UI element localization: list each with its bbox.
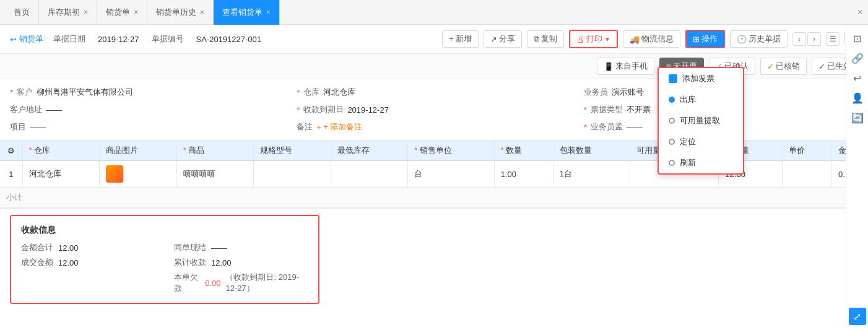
- share-icon: ↗: [490, 35, 497, 44]
- col-min-stock: 最低库存: [331, 141, 408, 161]
- doc-type-icon: ↩: [10, 35, 17, 44]
- copy-button[interactable]: ⧉ 复制: [527, 30, 564, 48]
- tab-inventory-init[interactable]: 库存期初 ×: [39, 0, 97, 25]
- sidebar-expand-btn[interactable]: ⤢: [849, 308, 866, 325]
- payment-date-field: * 收款到期日 2019-12-27: [297, 104, 571, 115]
- outbound-icon: [669, 97, 675, 103]
- doc-meta: 单据日期 2019-12-27 单据编号 SA-20191227-001: [53, 33, 261, 45]
- cell-spec: [254, 161, 331, 188]
- doc-header: ↩ 销货单 单据日期 2019-12-27 单据编号 SA-20191227-0…: [0, 25, 868, 54]
- doc-actions: + 新增 ↗ 分享 ⧉ 复制 🖨 打印 ▼ 🚚 物流信息: [442, 30, 858, 48]
- sidebar-icon-4[interactable]: 👤: [849, 89, 866, 106]
- col-quantity: * 数量: [494, 141, 553, 161]
- prev-arrow[interactable]: ‹: [792, 32, 806, 46]
- main-content: ↩ 销货单 单据日期 2019-12-27 单据编号 SA-20191227-0…: [0, 25, 868, 330]
- tab-close-view[interactable]: ×: [266, 8, 271, 17]
- payment-info-title: 收款信息: [21, 225, 308, 236]
- col-sales-unit: * 销售单位: [408, 141, 494, 161]
- total-row: 金额合计 12.00: [21, 242, 155, 253]
- copy-icon: ⧉: [534, 34, 539, 44]
- address-field: 客户地址 ——: [10, 104, 284, 115]
- cancel-btn[interactable]: ✓ 已核销: [760, 58, 807, 75]
- cell-no: 1: [0, 161, 22, 188]
- number-label: 单据编号: [152, 33, 184, 45]
- new-button[interactable]: + 新增: [442, 30, 479, 48]
- remark-field: 备注 + + 添加备注: [297, 121, 571, 132]
- logistics-icon: 🚚: [630, 35, 640, 44]
- tab-bar: 首页 库存期初 × 销货单 × 销货单历史 × 查看销货单 × ×: [0, 0, 868, 25]
- effect-icon: ✓: [818, 62, 825, 71]
- cell-warehouse: 河北仓库: [22, 161, 100, 188]
- next-arrow[interactable]: ›: [807, 32, 821, 46]
- customer-field: * 客户 柳州粤港平安气体有限公司: [10, 87, 284, 98]
- cell-unit-price: [782, 161, 831, 188]
- tab-sales-order[interactable]: 销货单 ×: [97, 0, 147, 25]
- project-field: 项目 ——: [10, 121, 284, 132]
- share-button[interactable]: ↗ 分享: [484, 30, 522, 48]
- tab-sales-history[interactable]: 销货单历史 ×: [147, 0, 214, 25]
- operation-button[interactable]: ⊞ 操作: [685, 30, 725, 48]
- doc-type-badge: ↩ 销货单: [10, 33, 43, 45]
- phone-icon: 📱: [604, 62, 614, 71]
- tab-view-sales[interactable]: 查看销货单 ×: [214, 0, 280, 25]
- refresh-icon: [669, 160, 675, 166]
- same-order-row: 同单现结 ——: [174, 242, 308, 253]
- cancel-icon: ✓: [767, 62, 774, 71]
- tab-close-sales[interactable]: ×: [134, 8, 138, 17]
- tab-close-history[interactable]: ×: [200, 8, 204, 17]
- locate-item[interactable]: 定位: [659, 131, 743, 152]
- available-icon: [669, 118, 675, 124]
- number-value: SA-20191227-001: [196, 35, 262, 44]
- add-invoice-item[interactable]: 添加发票: [659, 68, 743, 89]
- available-extract-item[interactable]: 可用量提取: [659, 110, 743, 131]
- cumulative-row: 累计收款 12.00: [174, 257, 308, 268]
- cell-pack-qty: 1台: [553, 161, 630, 188]
- add-remark-btn[interactable]: + + 添加备注: [316, 121, 362, 132]
- outbound-item[interactable]: 出库: [659, 89, 743, 110]
- cell-min-stock: [331, 161, 408, 188]
- refresh-item[interactable]: 刷新: [659, 152, 743, 173]
- logistics-button[interactable]: 🚚 物流信息: [623, 30, 680, 48]
- locate-icon: [669, 139, 675, 145]
- history-button[interactable]: 🕐 历史单据: [730, 30, 788, 48]
- sidebar-icon-1[interactable]: ⊡: [849, 30, 866, 47]
- subtotal-label: 小计: [0, 188, 868, 208]
- col-pack-qty: 包装数量: [553, 141, 630, 161]
- close-all-tabs[interactable]: ×: [857, 7, 863, 18]
- right-sidebar: ⊡ 🔗 ↩ 👤 🔄 ⤢: [846, 25, 868, 330]
- subtotal-row: 小计: [0, 188, 868, 208]
- sidebar-icon-2[interactable]: 🔗: [849, 50, 866, 67]
- print-icon: 🖨: [576, 35, 584, 44]
- sidebar-icon-3[interactable]: ↩: [849, 69, 866, 87]
- col-spec: 规格型号: [254, 141, 331, 161]
- cell-quantity: 1.00: [494, 161, 553, 188]
- plus-icon: +: [316, 123, 321, 132]
- payment-info-section: 收款信息 金额合计 12.00 同单现结 —— 成交金额 12.00 累计收款 …: [10, 215, 319, 304]
- from-phone-btn[interactable]: 📱 来自手机: [597, 58, 654, 75]
- date-label: 单据日期: [53, 33, 85, 45]
- col-product-img: 商品图片: [100, 141, 177, 161]
- date-value: 2019-12-27: [98, 35, 139, 44]
- col-settings[interactable]: ⚙: [0, 141, 22, 161]
- col-warehouse: * 仓库: [22, 141, 100, 161]
- nav-arrows: ‹ ›: [792, 32, 821, 46]
- print-button[interactable]: 🖨 打印 ▼: [569, 30, 618, 48]
- operation-dropdown: 添加发票 出库 可用量提取 定位 刷新: [658, 67, 744, 175]
- cell-sales-unit: 台: [408, 161, 494, 188]
- operation-icon: ⊞: [693, 35, 700, 44]
- list-view[interactable]: ☰: [826, 32, 840, 46]
- add-invoice-icon: [669, 74, 677, 83]
- history-icon: 🕐: [737, 35, 747, 44]
- doc-type-label: 销货单: [19, 33, 43, 45]
- product-image: [106, 165, 123, 183]
- deal-amount-row: 成交金额 12.00: [21, 257, 155, 268]
- col-product: * 商品: [176, 141, 254, 161]
- overdue-row: 本单欠款 0.00 （收款到期日: 2019-12-27）: [174, 272, 308, 294]
- cell-product: 嘻嘻嘻嘻: [176, 161, 254, 188]
- sidebar-icon-5[interactable]: 🔄: [849, 109, 866, 126]
- payment-info-grid: 金额合计 12.00 同单现结 —— 成交金额 12.00 累计收款 12.00: [21, 242, 308, 294]
- tab-home[interactable]: 首页: [5, 0, 39, 25]
- col-unit-price: 单价: [782, 141, 831, 161]
- cell-product-img: [100, 161, 177, 188]
- tab-close-inventory[interactable]: ×: [84, 8, 88, 17]
